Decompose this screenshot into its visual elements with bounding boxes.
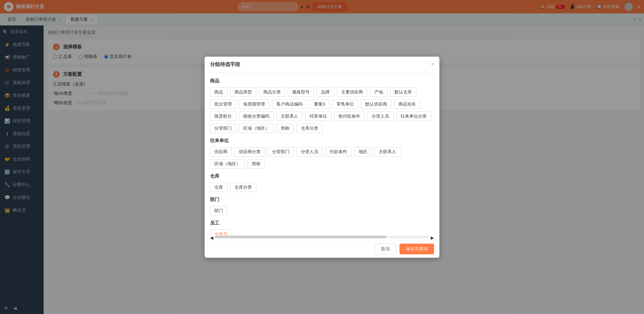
- warehouse-fields: 仓库 仓库分类: [210, 183, 434, 192]
- hscroll-right-arrow[interactable]: ▶: [431, 235, 434, 239]
- field-pick-points[interactable]: 拣货积分: [210, 112, 236, 121]
- field-origin[interactable]: 产地: [370, 87, 387, 97]
- counterpart-fields: 供应商 供应商分类 分管部门 分管人员 付款条件 地区 主联系人 区域（地区） …: [210, 147, 434, 169]
- field-short-name2[interactable]: 简称: [248, 159, 265, 169]
- dialog-close-btn[interactable]: ×: [431, 61, 434, 67]
- field-product-type[interactable]: 商品类型: [230, 87, 256, 97]
- dialog-body[interactable]: 商品 商品 商品类型 商品分类 规格型号 品牌 主要供应商 产地 默认仓库 批次…: [205, 73, 439, 235]
- field-warehouse[interactable]: 仓库: [210, 183, 227, 192]
- field-default-supplier[interactable]: 默认供应商: [361, 100, 391, 109]
- field-dept-mgmt[interactable]: 分管部门: [210, 124, 236, 133]
- field-batch-mgmt[interactable]: 批次管理: [210, 100, 236, 109]
- field-spec-model[interactable]: 规格型号: [288, 87, 314, 97]
- field-short-name[interactable]: 简称: [276, 124, 294, 133]
- dept-fields: 部门: [210, 206, 434, 215]
- section-title-warehouse: 仓库: [210, 173, 434, 179]
- field-payment-cond[interactable]: 付款条件: [325, 147, 352, 156]
- field-brand[interactable]: 品牌: [317, 87, 334, 97]
- hscroll-thumb: [215, 236, 386, 238]
- field-dept[interactable]: 部门: [210, 206, 227, 215]
- field-tax-code[interactable]: 税收分类编码: [239, 112, 274, 121]
- field-supervisor2[interactable]: 分管人员: [297, 147, 323, 156]
- section-title-counterpart: 往来单位: [210, 138, 434, 144]
- section-title-product: 商品: [210, 78, 434, 84]
- dialog-header: 分组待选字段 ×: [205, 57, 439, 73]
- product-fields: 商品 商品类型 商品分类 规格型号 品牌 主要供应商 产地 默认仓库 批次管理 …: [210, 87, 434, 133]
- field-supplier-category[interactable]: 供应商分类: [234, 147, 265, 156]
- field-dept2[interactable]: 分管部门: [268, 147, 294, 156]
- field-main-contact[interactable]: 主联系人: [276, 112, 303, 121]
- dialog-title: 分组待选字段: [210, 61, 240, 68]
- field-supplier[interactable]: 供应商: [210, 147, 232, 156]
- dialog: 分组待选字段 × 商品 商品 商品类型 商品分类 规格型号 品牌 主要供应商 产…: [205, 57, 439, 258]
- hscroll-left-arrow[interactable]: ◀: [210, 235, 213, 239]
- section-title-dept: 部门: [210, 197, 434, 203]
- field-counterpart-category[interactable]: 往来单位分类: [396, 112, 431, 121]
- field-main-contact2[interactable]: 主联系人: [374, 147, 400, 156]
- dialog-footer: 取消 保存并查询: [205, 240, 439, 258]
- overlay: 分组待选字段 × 商品 商品 商品类型 商品分类 规格型号 品牌 主要供应商 产…: [0, 0, 644, 314]
- field-product-category[interactable]: 商品分类: [259, 87, 285, 97]
- hscroll-track: [215, 236, 429, 238]
- field-warehouse-cat[interactable]: 仓库分类: [230, 183, 256, 192]
- cancel-button[interactable]: 取消: [375, 244, 396, 254]
- employee-fields: 业务员: [210, 230, 434, 235]
- field-payment-terms[interactable]: 收付款条件: [334, 112, 365, 121]
- field-settlement-unit[interactable]: 结算单位: [305, 112, 331, 121]
- field-area[interactable]: 地区: [354, 147, 372, 156]
- field-salesperson[interactable]: 业务员: [210, 230, 232, 235]
- field-warehouse-category[interactable]: 仓库分类: [297, 124, 323, 133]
- field-product-alias[interactable]: 商品别名: [394, 100, 420, 109]
- field-retail-unit[interactable]: 零售单位: [332, 100, 358, 109]
- field-region[interactable]: 区域（地区）: [239, 124, 274, 133]
- field-quality-period[interactable]: 保质期管理: [239, 100, 269, 109]
- field-weight[interactable]: 重量3: [310, 100, 329, 109]
- field-region2[interactable]: 区域（地区）: [210, 159, 245, 169]
- field-customer-code[interactable]: 客户商品编码: [272, 100, 307, 109]
- field-supervisor[interactable]: 分管人员: [367, 112, 393, 121]
- confirm-button[interactable]: 保存并查询: [399, 244, 434, 254]
- field-default-warehouse[interactable]: 默认仓库: [390, 87, 416, 97]
- field-product[interactable]: 商品: [210, 87, 227, 97]
- section-title-employee: 员工: [210, 220, 434, 226]
- dialog-hscroll[interactable]: ◀ ▶: [205, 235, 439, 240]
- field-main-supplier[interactable]: 主要供应商: [337, 87, 367, 97]
